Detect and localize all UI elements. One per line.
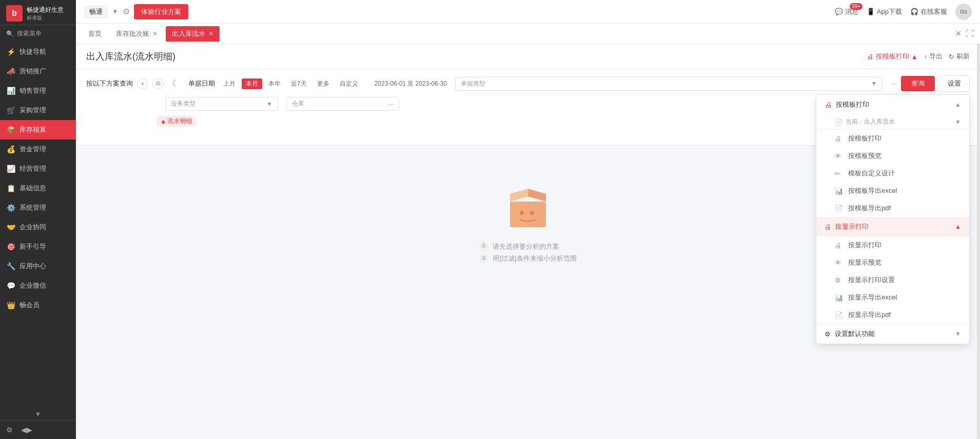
sidebar-item-member[interactable]: 👑 畅会员 [0,295,76,315]
collapse-sidebar-icon[interactable]: ◀▶ [21,426,32,434]
tab-expand-icon[interactable]: ⛶ [966,29,974,38]
current-arrow-icon: ▼ [955,118,961,126]
filter-row-1: 按以下方案查询 + ⚙ 《 单据日期 上月 本月 本年 近7天 更多 自定义 [86,75,970,92]
filter-add-btn[interactable]: + [137,78,148,89]
dropdown-display-settings[interactable]: ⚙ 按显示打印设置 [816,271,969,289]
date-tag-custom[interactable]: 自定义 [336,78,362,89]
sidebar-scroll-down[interactable]: ▼ [0,408,76,420]
query-btn[interactable]: 查询 [901,76,935,91]
print-icon: 🖨 [867,53,874,61]
app-logo-icon: b [6,5,23,22]
display-section-title: 🖨 按显示打印 [825,222,869,231]
sidebar-item-cooperation[interactable]: 🤝 企业协同 [0,217,76,237]
sidebar-item-inventory[interactable]: 📦 库存核算 [0,120,76,139]
date-tag-last-month[interactable]: 上月 [219,78,240,89]
dropdown-header[interactable]: 🖨 按模板打印 ▲ [816,95,969,114]
tab-close-all-icon[interactable]: ✕ [955,29,962,38]
current-icon: 📄 [835,118,842,126]
industry-btn[interactable]: 体验行业方案 [134,4,188,19]
business-type-arrow-icon: ▼ [266,101,272,108]
template-section: 🖨 按模板打印 👁 按模板预览 ✏ 模板自定义设计 📊 按模板导出excel [816,130,969,217]
settings-bottom-icon[interactable]: ⚙ [6,426,13,434]
sidebar-item-system[interactable]: ⚙️ 系统管理 [0,198,76,217]
dropdown-template-custom[interactable]: ✏ 模板自定义设计 [816,165,969,182]
flow-detail-tag[interactable]: ● 流水明细 [156,116,197,127]
sidebar-item-marketing[interactable]: 📣 营销推广 [0,62,76,81]
print-dropdown-panel: 🖨 按模板打印 ▲ 📄 当前：出入库流水 ▼ 🖨 [816,94,970,344]
sidebar-item-sales[interactable]: 📊 销售管理 [0,81,76,101]
dropdown-display-export-pdf[interactable]: 📄 按显示导出pdf [816,306,969,324]
print-chevron-up-icon: ▲ [911,53,918,61]
resize-handle[interactable] [977,44,980,439]
header-app-btn[interactable]: 📱 App下载 [867,7,902,16]
default-settings-section[interactable]: ⚙ 设置默认功能 ▼ [816,324,969,344]
sidebar-item-basic[interactable]: 📋 基础信息 [0,178,76,198]
dropdown-template-preview[interactable]: 👁 按模板预览 [816,147,969,165]
filter-settings-btn[interactable]: ⚙ [152,78,164,89]
display-section-arrow-icon: ▲ [955,223,961,230]
doc-type-select[interactable]: 单据类型 ▼ [455,77,883,91]
inventory-icon: 📦 [6,126,15,134]
svg-point-3 [530,211,534,215]
header-avatar[interactable]: Rit [955,4,972,20]
sales-icon: 📊 [6,87,15,95]
header-service-btn[interactable]: 🎧 在线客服 [910,7,947,16]
sidebar-item-guide[interactable]: 🎯 新手引导 [0,237,76,256]
basic-icon: 📋 [6,184,15,192]
date-tag-this-year[interactable]: 本年 [264,78,285,89]
tab-flow[interactable]: 出入库流水 ✕ [166,26,220,42]
warehouse-more-icon[interactable]: ··· [387,100,394,108]
date-tag-more[interactable]: 更多 [313,78,334,89]
marketing-icon: 📣 [6,67,15,75]
finance-icon: 💰 [6,145,15,153]
tab-batch-close[interactable]: ✕ [152,30,158,37]
sidebar-item-quick-nav[interactable]: ⚡ 快捷导航 [0,42,76,62]
sidebar-item-wechat[interactable]: 💬 企业微信 [0,276,76,295]
tab-home[interactable]: 首页 [82,26,108,42]
dropdown-template-export-excel[interactable]: 📊 按模板导出excel [816,182,969,199]
sidebar-bottom: ⚙ ◀▶ [0,420,76,439]
tab-batch[interactable]: 库存批次账 ✕ [110,26,164,42]
sidebar-item-purchase[interactable]: 🛒 采购管理 [0,101,76,120]
refresh-icon: ↻ [949,53,954,61]
filter-collapse-btn[interactable]: 《 [168,78,176,89]
dropdown-template-print[interactable]: 🖨 按模板打印 [816,130,969,147]
dropdown-display-export-excel[interactable]: 📊 按显示导出excel [816,289,969,306]
tab-flow-close[interactable]: ✕ [208,30,213,37]
sidebar-item-finance[interactable]: 💰 资金管理 [0,139,76,159]
filter-more-icon[interactable]: ··· [891,79,897,88]
sidebar-item-apps[interactable]: 🔧 应用中心 [0,256,76,276]
doc-type-arrow-icon: ▼ [871,80,877,87]
template-print-icon: 🖨 [835,135,843,143]
print-btn[interactable]: 🖨 按模板打印 ▲ [867,52,918,61]
display-pdf-icon: 📄 [835,311,843,319]
warehouse-select[interactable]: 仓库 ··· [286,97,399,111]
display-section-header[interactable]: 🖨 按显示打印 ▲ [816,217,969,236]
header-gear-icon[interactable]: ⚙ [123,7,130,16]
date-tag-7days[interactable]: 近7天 [287,78,311,89]
date-tag-this-month[interactable]: 本月 [242,78,262,89]
sidebar: b 畅捷通好生意 标准版 🔍 搜索菜单 ⚡ 快捷导航 📣 营销推广 📊 销售管理 [0,0,76,439]
sidebar-search[interactable]: 🔍 搜索菜单 [0,25,76,42]
page-header: 出入库流水(流水明细) 🖨 按模板打印 ▲ ↑ 导出 ↻ 刷新 [76,44,980,69]
doc-type-filter: 单据类型 ▼ [455,77,883,91]
wechat-icon: 💬 [6,282,15,290]
header-dropdown-icon[interactable]: ▼ [112,8,119,15]
header-msg-btn[interactable]: 💬 消息 99+ [835,7,858,16]
search-icon: 🔍 [6,30,14,37]
dropdown-template-export-pdf[interactable]: 📄 按模板导出pdf [816,199,969,217]
system-icon: ⚙️ [6,204,15,212]
operations-icon: 📈 [6,165,15,173]
display-print-item-icon: 🖨 [835,242,843,249]
sidebar-item-operations[interactable]: 📈 经营管理 [0,159,76,178]
refresh-btn[interactable]: ↻ 刷新 [949,52,970,61]
svg-point-2 [520,211,524,215]
empty-state: ① 请先选择要分析的方案 ② 用[过滤]条件来缩小分析范围 [479,181,576,265]
business-type-select[interactable]: 业务类型 ▼ [165,97,278,111]
export-btn[interactable]: ↑ 导出 [924,52,943,61]
msg-badge: 99+ [850,3,863,10]
dropdown-display-preview[interactable]: 👁 按显示预览 [816,254,969,271]
settings-btn[interactable]: 设置 [939,75,970,92]
display-preview-icon: 👁 [835,259,843,267]
dropdown-display-print[interactable]: 🖨 按显示打印 [816,236,969,254]
